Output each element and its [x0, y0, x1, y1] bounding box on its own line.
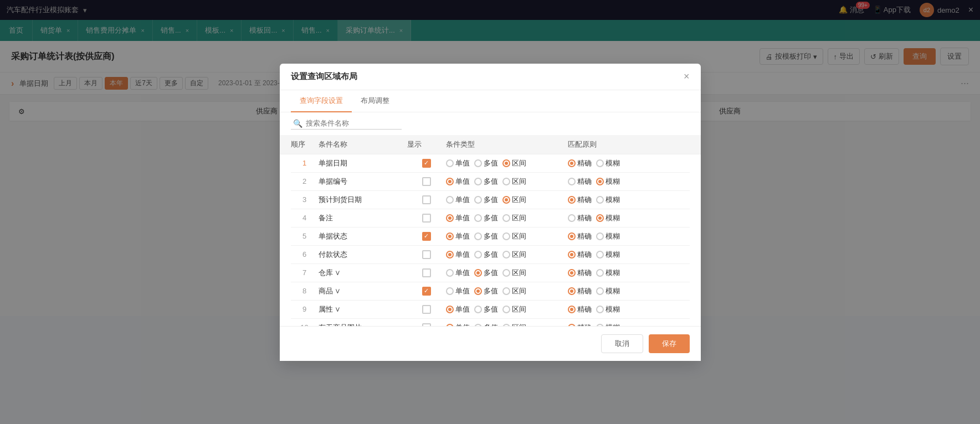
radio-fuzzy-7[interactable]: 模糊 — [596, 268, 620, 278]
row-match-5: 精确模糊 — [568, 231, 679, 241]
radio-exact-9[interactable]: 精确 — [568, 304, 592, 314]
row-type-9: 单值多值区间 — [446, 304, 568, 314]
row-num-8: 8 — [291, 287, 319, 295]
row-check-4[interactable] — [407, 214, 446, 223]
row-num-4: 4 — [291, 214, 319, 222]
modal-header: 设置查询区域布局 × — [280, 64, 701, 90]
radio-single-2[interactable]: 单值 — [446, 177, 470, 187]
modal-title: 设置查询区域布局 — [291, 71, 357, 82]
radio-range-3[interactable]: 区间 — [502, 195, 526, 205]
radio-multi-6[interactable]: 多值 — [474, 250, 498, 260]
radio-exact-7[interactable]: 精确 — [568, 268, 592, 278]
row-name-8: 商品 ∨ — [319, 286, 407, 296]
radio-exact-1[interactable]: 精确 — [568, 158, 592, 168]
radio-range-9[interactable]: 区间 — [502, 304, 526, 314]
checkbox-2[interactable] — [422, 177, 431, 186]
radio-range-4[interactable]: 区间 — [502, 213, 526, 223]
radio-multi-5[interactable]: 多值 — [474, 231, 498, 241]
checkbox-3[interactable] — [422, 195, 431, 204]
modal-table-body: 1单据日期单值多值区间精确模糊2单据编号单值多值区间精确模糊3预计到货日期单值多… — [280, 154, 701, 317]
radio-exact-6[interactable]: 精确 — [568, 250, 592, 260]
modal-table-header: 顺序 条件名称 显示 条件类型 匹配原则 — [280, 135, 701, 154]
radio-single-5[interactable]: 单值 — [446, 231, 470, 241]
radio-fuzzy-8[interactable]: 模糊 — [596, 286, 620, 296]
row-check-5[interactable] — [407, 232, 446, 241]
col-match: 匹配原则 — [568, 139, 679, 149]
radio-fuzzy-9[interactable]: 模糊 — [596, 304, 620, 314]
radio-single-3[interactable]: 单值 — [446, 195, 470, 205]
checkbox-4[interactable] — [422, 214, 431, 223]
radio-fuzzy-6[interactable]: 模糊 — [596, 250, 620, 260]
modal-close-button[interactable]: × — [684, 71, 690, 81]
radio-multi-8[interactable]: 多值 — [474, 286, 498, 296]
radio-multi-9[interactable]: 多值 — [474, 304, 498, 314]
radio-exact-2[interactable]: 精确 — [568, 177, 592, 187]
row-check-2[interactable] — [407, 177, 446, 186]
radio-fuzzy-2[interactable]: 模糊 — [596, 177, 620, 187]
search-input-wrap: 🔍 — [291, 118, 402, 130]
row-check-3[interactable] — [407, 195, 446, 204]
radio-fuzzy-5[interactable]: 模糊 — [596, 231, 620, 241]
row-match-1: 精确模糊 — [568, 158, 679, 168]
row-name-3: 预计到货日期 — [319, 195, 407, 205]
checkbox-7[interactable] — [422, 268, 431, 277]
radio-exact-8[interactable]: 精确 — [568, 286, 592, 296]
radio-exact-3[interactable]: 精确 — [568, 195, 592, 205]
radio-range-7[interactable]: 区间 — [502, 268, 526, 278]
row-match-2: 精确模糊 — [568, 177, 679, 187]
radio-range-8[interactable]: 区间 — [502, 286, 526, 296]
radio-single-9[interactable]: 单值 — [446, 304, 470, 314]
row-check-6[interactable] — [407, 250, 446, 259]
radio-range-6[interactable]: 区间 — [502, 250, 526, 260]
radio-multi-7[interactable]: 多值 — [474, 268, 498, 278]
row-check-1[interactable] — [407, 159, 446, 168]
row-match-4: 精确模糊 — [568, 213, 679, 223]
radio-multi-4[interactable]: 多值 — [474, 213, 498, 223]
radio-range-2[interactable]: 区间 — [502, 177, 526, 187]
search-input[interactable] — [306, 119, 399, 127]
table-row: 9属性 ∨单值多值区间精确模糊 — [291, 301, 690, 317]
checkbox-1[interactable] — [422, 159, 431, 168]
row-type-2: 单值多值区间 — [446, 177, 568, 187]
row-match-9: 精确模糊 — [568, 304, 679, 314]
radio-range-5[interactable]: 区间 — [502, 231, 526, 241]
radio-single-7[interactable]: 单值 — [446, 268, 470, 278]
checkbox-6[interactable] — [422, 250, 431, 259]
radio-multi-1[interactable]: 多值 — [474, 158, 498, 168]
row-check-9[interactable] — [407, 305, 446, 314]
row-name-5: 单据状态 — [319, 231, 407, 241]
search-icon: 🔍 — [293, 119, 302, 128]
modal-tabs: 查询字段设置 布局调整 — [280, 90, 701, 112]
col-order: 顺序 — [291, 139, 319, 149]
row-type-6: 单值多值区间 — [446, 250, 568, 260]
radio-multi-2[interactable]: 多值 — [474, 177, 498, 187]
row-match-3: 精确模糊 — [568, 195, 679, 205]
radio-multi-3[interactable]: 多值 — [474, 195, 498, 205]
checkbox-9[interactable] — [422, 305, 431, 314]
settings-modal: 设置查询区域布局 × 查询字段设置 布局调整 🔍 顺序 条件名称 显示 条件类型… — [280, 64, 701, 317]
radio-single-8[interactable]: 单值 — [446, 286, 470, 296]
col-name: 条件名称 — [319, 139, 407, 149]
row-check-8[interactable] — [407, 287, 446, 296]
row-match-6: 精确模糊 — [568, 250, 679, 260]
modal-overlay[interactable]: 设置查询区域布局 × 查询字段设置 布局调整 🔍 顺序 条件名称 显示 条件类型… — [0, 0, 980, 316]
modal-tab-query-fields[interactable]: 查询字段设置 — [291, 90, 352, 112]
checkbox-5[interactable] — [422, 232, 431, 241]
row-type-1: 单值多值区间 — [446, 158, 568, 168]
modal-tab-layout[interactable]: 布局调整 — [352, 90, 398, 112]
row-check-7[interactable] — [407, 268, 446, 277]
radio-single-1[interactable]: 单值 — [446, 158, 470, 168]
checkbox-8[interactable] — [422, 287, 431, 296]
radio-fuzzy-4[interactable]: 模糊 — [596, 213, 620, 223]
radio-single-6[interactable]: 单值 — [446, 250, 470, 260]
radio-range-1[interactable]: 区间 — [502, 158, 526, 168]
radio-fuzzy-3[interactable]: 模糊 — [596, 195, 620, 205]
radio-exact-5[interactable]: 精确 — [568, 231, 592, 241]
row-name-2: 单据编号 — [319, 177, 407, 187]
table-row: 2单据编号单值多值区间精确模糊 — [291, 173, 690, 191]
radio-exact-4[interactable]: 精确 — [568, 213, 592, 223]
radio-single-4[interactable]: 单值 — [446, 213, 470, 223]
col-type: 条件类型 — [446, 139, 568, 149]
radio-fuzzy-1[interactable]: 模糊 — [596, 158, 620, 168]
row-type-5: 单值多值区间 — [446, 231, 568, 241]
